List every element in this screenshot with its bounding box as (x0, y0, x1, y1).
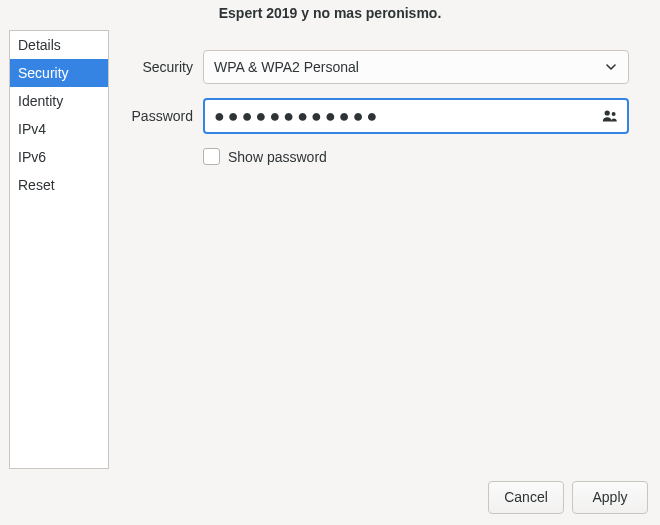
network-settings-window: Espert 2019 y no mas peronismo. Details … (0, 0, 660, 525)
sidebar-item-label: Reset (18, 177, 55, 193)
content-area: Details Security Identity IPv4 IPv6 Rese… (0, 26, 660, 469)
security-label: Security (123, 59, 193, 75)
sidebar-item-security[interactable]: Security (10, 59, 108, 87)
password-control-wrap: ●●●●●●●●●●●● (203, 98, 629, 134)
sidebar-item-ipv6[interactable]: IPv6 (10, 143, 108, 171)
svg-point-0 (605, 110, 610, 115)
sidebar: Details Security Identity IPv4 IPv6 Rese… (9, 30, 109, 469)
sidebar-item-label: Security (18, 65, 69, 81)
chevron-down-icon (606, 62, 616, 72)
show-password-row: Show password (203, 148, 629, 165)
window-title-text: Espert 2019 y no mas peronismo. (219, 5, 442, 21)
apply-button-label: Apply (592, 489, 627, 505)
sidebar-item-details[interactable]: Details (10, 31, 108, 59)
cancel-button[interactable]: Cancel (488, 481, 564, 514)
action-bar: Cancel Apply (0, 469, 660, 525)
sidebar-item-label: IPv6 (18, 149, 46, 165)
sidebar-item-label: Details (18, 37, 61, 53)
svg-point-1 (612, 112, 616, 116)
apply-button[interactable]: Apply (572, 481, 648, 514)
show-password-label[interactable]: Show password (228, 149, 327, 165)
main-pane: Security WPA & WPA2 Personal Password ●●… (109, 30, 651, 469)
sidebar-item-label: IPv4 (18, 121, 46, 137)
sidebar-item-reset[interactable]: Reset (10, 171, 108, 199)
password-mask: ●●●●●●●●●●●● (214, 107, 380, 125)
window-title: Espert 2019 y no mas peronismo. (0, 0, 660, 26)
sidebar-item-ipv4[interactable]: IPv4 (10, 115, 108, 143)
sidebar-item-label: Identity (18, 93, 63, 109)
users-icon[interactable] (602, 108, 618, 124)
password-label: Password (123, 108, 193, 124)
sidebar-item-identity[interactable]: Identity (10, 87, 108, 115)
security-row: Security WPA & WPA2 Personal (123, 50, 629, 84)
security-control-wrap: WPA & WPA2 Personal (203, 50, 629, 84)
show-password-checkbox[interactable] (203, 148, 220, 165)
cancel-button-label: Cancel (504, 489, 548, 505)
password-row: Password ●●●●●●●●●●●● (123, 98, 629, 134)
security-combo[interactable]: WPA & WPA2 Personal (203, 50, 629, 84)
password-input[interactable]: ●●●●●●●●●●●● (203, 98, 629, 134)
security-combo-value: WPA & WPA2 Personal (214, 59, 359, 75)
